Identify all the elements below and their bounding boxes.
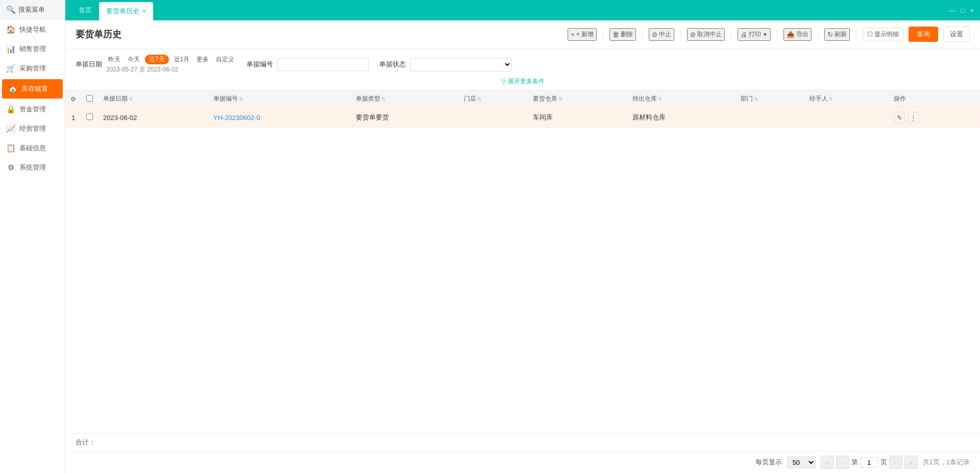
first-page-btn[interactable]: « (821, 456, 834, 469)
window-minimize-btn[interactable]: — (949, 7, 956, 14)
row-req-warehouse: 车间库 (528, 108, 627, 128)
row-checkbox-cell[interactable] (81, 108, 98, 128)
prev-page-btn[interactable]: ‹ (836, 456, 849, 469)
order-no-filter-item: 单据编号 (247, 58, 369, 71)
tab-home[interactable]: 首页 (71, 0, 99, 20)
row-checkbox[interactable] (86, 113, 93, 120)
th-date[interactable]: 单据日期 ⇅ (98, 90, 208, 108)
export-btn[interactable]: 📤 导出 (783, 28, 812, 41)
total-info: 共1页，1条记录 (923, 458, 970, 467)
th-handler[interactable]: 经手人 ⇅ (804, 90, 889, 108)
divider3 (680, 31, 681, 38)
next-page-btn[interactable]: › (889, 456, 902, 469)
new-btn[interactable]: + + 新增 (568, 28, 597, 41)
finance-icon: 🔒 (6, 105, 15, 114)
sidebar-item-basic[interactable]: 📋 基础信息 (0, 138, 65, 158)
select-all-checkbox[interactable] (86, 95, 93, 102)
stop-btn[interactable]: ⊘ 中止 (649, 28, 674, 41)
sidebar-item-purchase[interactable]: 🛒 采购管理 (0, 59, 65, 78)
row-operations: ✎ ⋮ (889, 108, 980, 128)
last-page-btn[interactable]: » (904, 456, 918, 469)
export-icon: 📤 (787, 31, 795, 38)
sidebar-item-system[interactable]: ⚙ 系统管理 (0, 158, 65, 177)
page-title: 要货单历史 (76, 28, 121, 40)
table-row[interactable]: 1 2023-06-02 YH-20230602-0 要货单要货 车间库 原材料… (65, 108, 980, 128)
sidebar-item-finance[interactable]: 🔒 资金管理 (0, 100, 65, 119)
row-edit-icon[interactable]: ✎ (894, 112, 905, 123)
refresh-btn[interactable]: ↻ 刷新 (824, 28, 850, 41)
sidebar-item-label: 采购管理 (19, 64, 46, 73)
row-store (459, 108, 528, 128)
date-last7-btn[interactable]: 近7天 (145, 55, 169, 64)
expand-more-icon: ▽ (501, 78, 506, 85)
date-filters: 昨天 今天 近7天 近1月 更多 自定义 (106, 55, 236, 64)
th-department[interactable]: 部门 ⇅ (736, 90, 804, 108)
req-wh-sort-icon: ⇅ (558, 96, 562, 102)
cancel-stop-btn[interactable]: ⊘ 取消中止 (687, 28, 725, 41)
pending-wh-sort-icon: ⇅ (658, 96, 662, 102)
row-more-icon[interactable]: ⋮ (908, 112, 919, 123)
th-order-no[interactable]: 单据编号 ⇅ (208, 90, 351, 108)
row-department (736, 108, 804, 128)
filter-row: 单据日期 昨天 今天 近7天 近1月 更多 自定义 2023-05-27 至 2… (76, 55, 970, 74)
divider7 (856, 31, 856, 38)
sidebar: 🔍 搜索菜单 🏠 快捷导航 📊 销售管理 🛒 采购管理 🏠 库存核算 🔒 资金管… (0, 0, 65, 473)
filter-area: 单据日期 昨天 今天 近7天 近1月 更多 自定义 2023-05-27 至 2… (65, 49, 980, 90)
order-no-link[interactable]: YH-20230602-0 (213, 114, 260, 122)
sidebar-item-sales[interactable]: 📊 销售管理 (0, 39, 65, 59)
date-filter-label: 单据日期 (76, 60, 102, 69)
sidebar-item-quick-nav[interactable]: 🏠 快捷导航 (0, 20, 65, 39)
window-close-btn[interactable]: × (970, 7, 974, 14)
tab-order-history-label: 要货单历史 (106, 7, 139, 16)
th-pending-warehouse[interactable]: 待出仓库 ⇅ (627, 90, 736, 108)
divider5 (777, 31, 777, 38)
tab-order-history[interactable]: 要货单历史 × (99, 2, 153, 20)
stop-icon: ⊘ (652, 31, 657, 38)
order-no-input[interactable] (277, 58, 369, 71)
pagination-bar: 每页显示 50 10 20 100 « ‹ 第 页 › » 共1页，1条记录 (65, 451, 980, 473)
row-order-no[interactable]: YH-20230602-0 (208, 108, 351, 128)
sidebar-item-label: 系统管理 (19, 163, 46, 172)
date-more-btn[interactable]: 更多 (194, 55, 211, 64)
content-body: 要货单历史 + + 新增 🗑 删除 ⊘ 中止 ⊘ (65, 20, 980, 473)
divider (603, 31, 603, 38)
window-maximize-btn[interactable]: □ (961, 7, 965, 14)
date-sort-icon: ⇅ (129, 96, 133, 102)
date-last-month-btn[interactable]: 近1月 (172, 55, 192, 64)
delete-btn[interactable]: 🗑 删除 (609, 28, 636, 41)
header-actions: + + 新增 🗑 删除 ⊘ 中止 ⊘ 取消中止 (568, 27, 970, 42)
th-req-warehouse[interactable]: 要货仓库 ⇅ (528, 90, 627, 108)
date-filter-item: 单据日期 昨天 今天 近7天 近1月 更多 自定义 2023-05-27 至 2… (76, 55, 236, 74)
show-detail-checkbox: ☐ (867, 31, 873, 38)
purchase-icon: 🛒 (6, 64, 15, 73)
sidebar-item-inventory[interactable]: 🏠 库存核算 (2, 79, 63, 99)
date-custom-btn[interactable]: 自定义 (214, 55, 236, 64)
page-nav: « ‹ 第 页 › » (821, 456, 918, 469)
sidebar-item-label: 库存核算 (21, 84, 48, 93)
row-num: 1 (65, 108, 81, 128)
status-select[interactable] (410, 58, 512, 72)
expand-more-btn[interactable]: ▽ 展开更多条件 (76, 77, 970, 86)
query-btn[interactable]: 查询 (909, 27, 938, 42)
page-input-before: 第 (851, 458, 858, 467)
page-size-select[interactable]: 50 10 20 100 (787, 457, 816, 468)
page-num-input[interactable] (860, 457, 878, 468)
th-store[interactable]: 门店 ⇅ (459, 90, 528, 108)
order-no-sort-icon: ⇅ (239, 96, 243, 102)
sidebar-item-operation[interactable]: 📈 经营管理 (0, 119, 65, 138)
divider2 (642, 31, 643, 38)
sidebar-search-label: 搜索菜单 (18, 5, 45, 14)
th-settings[interactable]: ⚙ (65, 90, 81, 108)
sidebar-search[interactable]: 🔍 搜索菜单 (0, 0, 65, 20)
divider4 (731, 31, 731, 38)
date-yesterday-btn[interactable]: 昨天 (106, 55, 122, 64)
th-order-type[interactable]: 单据类型 ⇅ (351, 90, 459, 108)
settings-btn[interactable]: 设置 (943, 27, 970, 42)
date-today-btn[interactable]: 今天 (126, 55, 142, 64)
tab-close-icon[interactable]: × (142, 8, 146, 15)
row-order-type: 要货单要货 (351, 108, 459, 128)
th-checkbox[interactable] (81, 90, 98, 108)
print-btn[interactable]: 🖨 打印 ▼ (738, 28, 771, 41)
cancel-stop-icon: ⊘ (690, 31, 696, 38)
show-detail-btn[interactable]: ☐ 显示明细 (863, 28, 903, 41)
